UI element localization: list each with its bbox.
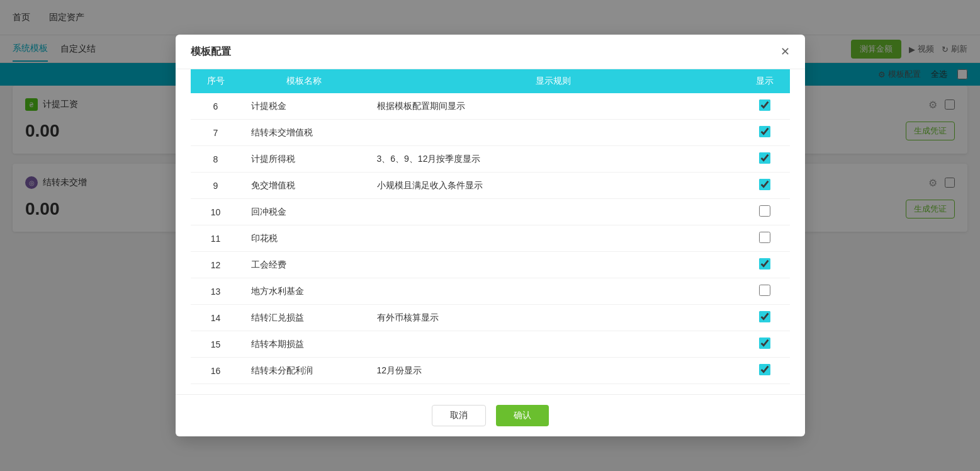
row-checkbox-12[interactable] [759, 258, 770, 270]
row-name: 免交增值税 [241, 173, 367, 199]
cancel-button[interactable]: 取消 [432, 405, 486, 426]
dialog-footer: 取消 确认 [176, 394, 805, 436]
row-checkbox-10[interactable] [759, 205, 770, 217]
row-id: 12 [191, 252, 241, 278]
row-checkbox-6[interactable] [759, 99, 770, 111]
template-config-dialog: 模板配置 ✕ 序号 模板名称 显示规则 显示 6计提税金根据模板配置期间显示7结… [176, 35, 805, 436]
row-name: 印花税 [241, 225, 367, 252]
col-header-id: 序号 [191, 69, 241, 93]
row-checkbox-15[interactable] [759, 338, 770, 349]
row-rule [367, 278, 740, 305]
row-check-cell [740, 225, 790, 252]
row-rule: 小规模且满足收入条件显示 [367, 173, 740, 199]
row-rule [367, 199, 740, 225]
row-name: 计提税金 [241, 93, 367, 120]
row-id: 11 [191, 225, 241, 252]
row-id: 9 [191, 173, 241, 199]
row-check-cell [740, 278, 790, 305]
row-check-cell [740, 146, 790, 173]
row-checkbox-7[interactable] [759, 126, 770, 137]
row-rule [367, 120, 740, 146]
table-row: 8计提所得税3、6、9、12月按季度显示 [191, 146, 790, 173]
row-checkbox-14[interactable] [759, 311, 770, 322]
row-rule: 12月份显示 [367, 358, 740, 384]
row-id: 6 [191, 93, 241, 120]
table-row: 10回冲税金 [191, 199, 790, 225]
row-check-cell [740, 331, 790, 358]
confirm-button[interactable]: 确认 [496, 405, 549, 426]
row-name: 结转未分配利润 [241, 358, 367, 384]
row-check-cell [740, 305, 790, 331]
table-row: 13地方水利基金 [191, 278, 790, 305]
dialog-title: 模板配置 [191, 45, 231, 59]
row-rule: 3、6、9、12月按季度显示 [367, 146, 740, 173]
row-check-cell [740, 199, 790, 225]
row-checkbox-13[interactable] [759, 285, 770, 296]
row-rule: 根据模板配置期间显示 [367, 93, 740, 120]
row-name: 计提所得税 [241, 146, 367, 173]
table-row: 12工会经费 [191, 252, 790, 278]
row-rule [367, 331, 740, 358]
dialog-body: 序号 模板名称 显示规则 显示 6计提税金根据模板配置期间显示7结转未交增值税8… [176, 69, 805, 394]
row-checkbox-9[interactable] [759, 179, 770, 190]
row-check-cell [740, 173, 790, 199]
row-name: 地方水利基金 [241, 278, 367, 305]
config-table-wrapper[interactable]: 序号 模板名称 显示规则 显示 6计提税金根据模板配置期间显示7结转未交增值税8… [191, 69, 790, 384]
dialog-close-button[interactable]: ✕ [780, 45, 790, 59]
table-row: 14结转汇兑损益有外币核算显示 [191, 305, 790, 331]
row-check-cell [740, 93, 790, 120]
row-id: 15 [191, 331, 241, 358]
col-header-show: 显示 [740, 69, 790, 93]
config-table-body: 6计提税金根据模板配置期间显示7结转未交增值税8计提所得税3、6、9、12月按季… [191, 93, 790, 384]
table-row: 6计提税金根据模板配置期间显示 [191, 93, 790, 120]
table-header: 序号 模板名称 显示规则 显示 [191, 69, 790, 93]
col-header-rule: 显示规则 [367, 69, 740, 93]
row-rule: 有外币核算显示 [367, 305, 740, 331]
row-id: 16 [191, 358, 241, 384]
row-name: 结转汇兑损益 [241, 305, 367, 331]
row-check-cell [740, 252, 790, 278]
row-checkbox-16[interactable] [759, 364, 770, 375]
row-id: 14 [191, 305, 241, 331]
config-table: 序号 模板名称 显示规则 显示 6计提税金根据模板配置期间显示7结转未交增值税8… [191, 69, 790, 384]
table-row: 16结转未分配利润12月份显示 [191, 358, 790, 384]
row-check-cell [740, 358, 790, 384]
row-check-cell [740, 120, 790, 146]
table-row: 9免交增值税小规模且满足收入条件显示 [191, 173, 790, 199]
row-checkbox-8[interactable] [759, 152, 770, 164]
dialog-header: 模板配置 ✕ [176, 35, 805, 69]
table-row: 7结转未交增值税 [191, 120, 790, 146]
row-id: 10 [191, 199, 241, 225]
row-name: 结转本期损益 [241, 331, 367, 358]
col-header-name: 模板名称 [241, 69, 367, 93]
row-rule [367, 225, 740, 252]
row-id: 7 [191, 120, 241, 146]
row-name: 结转未交增值税 [241, 120, 367, 146]
row-id: 8 [191, 146, 241, 173]
row-rule [367, 252, 740, 278]
row-checkbox-11[interactable] [759, 232, 770, 243]
table-row: 15结转本期损益 [191, 331, 790, 358]
row-name: 工会经费 [241, 252, 367, 278]
table-row: 11印花税 [191, 225, 790, 252]
row-id: 13 [191, 278, 241, 305]
row-name: 回冲税金 [241, 199, 367, 225]
